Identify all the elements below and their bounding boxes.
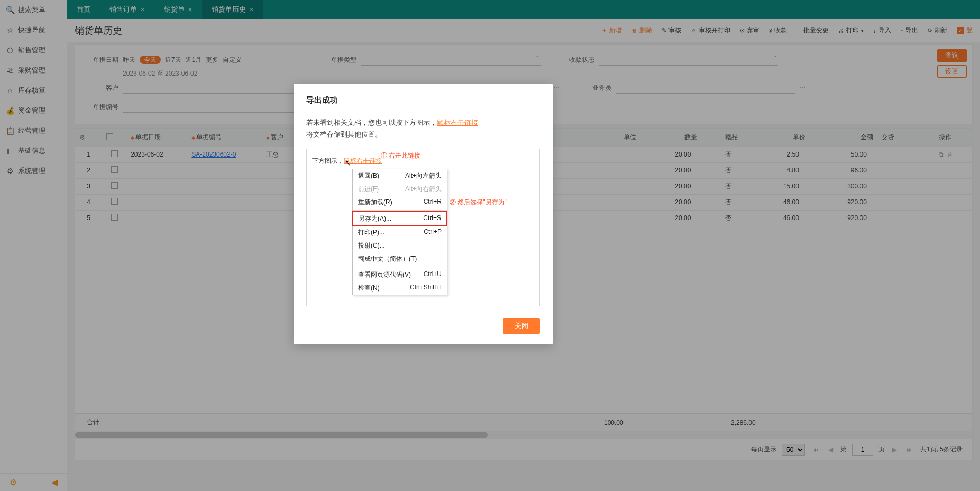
ctx-shortcut: Ctrl+R (424, 198, 442, 207)
ctx-item: 另存为(A)...Ctrl+S (352, 211, 447, 226)
ctx-label: 另存为(A)... (359, 214, 391, 223)
ctx-shortcut: Ctrl+Shift+I (410, 284, 442, 293)
ctx-label: 打印(P)... (358, 228, 384, 237)
ctx-label: 查看网页源代码(V) (358, 270, 411, 279)
ctx-item: 返回(B)Alt+向左箭头 (353, 169, 447, 183)
ctx-label: 投射(C)... (358, 241, 385, 250)
ctx-item: 投射(C)... (353, 239, 447, 252)
ctx-shortcut: Alt+向左箭头 (405, 171, 442, 180)
cursor-icon: ↖ (345, 159, 351, 167)
demo-prefix: 下方图示， (312, 157, 344, 165)
ctx-label: 翻成中文（简体）(T) (358, 254, 417, 263)
context-menu-demo: 返回(B)Alt+向左箭头前进(F)Alt+向右箭头重新加载(R)Ctrl+R另… (352, 169, 447, 295)
export-success-modal: 导出成功 若未看到相关文档，您也可以按下方图示，鼠标右击链接 将文档存储到其他位… (294, 84, 553, 344)
ctx-label: 前进(F) (358, 185, 379, 194)
ctx-label: 返回(B) (358, 171, 379, 180)
ctx-item: 重新加载(R)Ctrl+R (353, 196, 447, 209)
modal-close-button[interactable]: 关闭 (503, 318, 540, 334)
ctx-item: 前进(F)Alt+向右箭头 (353, 183, 447, 196)
modal-text-2: 将文档存储到其他位置。 (306, 129, 540, 140)
demo-box: ① 右击此链接 下方图示，鼠标右击链接 ↖ 返回(B)Alt+向左箭头前进(F)… (306, 149, 540, 306)
ctx-shortcut: Ctrl+P (424, 228, 442, 237)
ctx-item: 翻成中文（简体）(T) (353, 252, 447, 266)
hint-1: ① 右击此链接 (381, 151, 420, 160)
ctx-item: 检查(N)Ctrl+Shift+I (353, 281, 447, 295)
ctx-shortcut: Alt+向右箭头 (405, 185, 442, 194)
ctx-shortcut: Ctrl+U (424, 270, 442, 279)
ctx-label: 检查(N) (358, 284, 380, 293)
ctx-label: 重新加载(R) (358, 198, 392, 207)
modal-text-1a: 若未看到相关文档，您也可以按下方图示， (306, 119, 437, 126)
modal-rightclick-link[interactable]: 鼠标右击链接 (437, 119, 478, 126)
modal-title: 导出成功 (306, 95, 540, 105)
ctx-shortcut: Ctrl+S (423, 214, 441, 223)
ctx-item: 查看网页源代码(V)Ctrl+U (353, 268, 447, 281)
ctx-item: 打印(P)...Ctrl+P (353, 226, 447, 239)
hint-2: ② 然后选择"另存为" (450, 198, 507, 207)
